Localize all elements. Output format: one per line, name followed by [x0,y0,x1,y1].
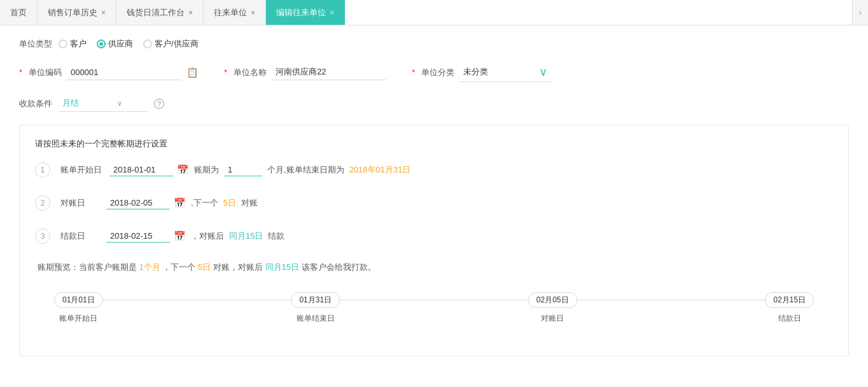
timeline-node-2-date: 01月31日 [291,292,340,308]
unit-code-icon[interactable]: 📋 [186,67,199,78]
unit-classify-label: 单位分类 [421,67,454,78]
radio-customer-supplier[interactable]: 客户/供应商 [143,38,199,50]
tab-partner-units-close[interactable]: × [251,8,255,17]
step-2-label: 对账日 [60,197,99,209]
unit-classify-select[interactable]: 未分类 ∨ [459,62,551,82]
timeline-node-1-label: 账单开始日 [59,313,97,324]
timeline-node-4-label: 结款日 [778,313,801,324]
step-1-date-input[interactable] [109,164,173,176]
timeline-node-1-date: 01月01日 [54,292,103,308]
payment-terms-chevron: ∨ [117,99,122,108]
preview-part2: 5日 [198,262,211,272]
tab-partner-units[interactable]: 往来单位 × [204,0,266,25]
unit-type-radio-group: 客户 供应商 客户/供应商 [59,38,199,50]
radio-customer-label: 客户 [70,38,87,50]
tab-home[interactable]: 首页 [0,0,38,25]
unit-classify-star: * [412,67,415,77]
radio-customer-supplier-label: 客户/供应商 [155,38,199,50]
step-2-calendar[interactable]: 📅 [174,197,186,209]
unit-name-label: 单位名称 [234,67,267,78]
step-2-desc-suffix: 对账 [241,197,258,209]
main-content: 单位类型 客户 供应商 客户/供应商 * 单位编码 📋 * 单位名称 [0,25,868,387]
unit-type-label: 单位类型 [19,38,52,50]
step-1-row: 1 账单开始日 📅 账期为 个月,账单结束日期为 2018年01月31日 [35,162,833,178]
step-1-number: 1 [35,162,50,178]
unit-classify-arrow: ∨ [539,65,547,79]
payment-terms-select[interactable]: 月结 ∨ [59,95,148,112]
tab-sales-history-close[interactable]: × [101,8,106,17]
step-3-highlight: 同月15日 [229,230,263,242]
step-3-date-input[interactable] [106,230,170,243]
unit-code-star: * [19,67,22,77]
step-1-period-label: 账期为 [194,164,219,176]
preview-middle1: ，下一个 [162,262,195,272]
unit-name-star: * [224,67,227,77]
radio-supplier[interactable]: 供应商 [97,38,133,50]
unit-name-input[interactable] [272,65,386,80]
tab-bar: 首页 销售订单历史 × 钱货日清工作台 × 往来单位 × 编辑往来单位 × › [0,0,868,25]
step-1-suffix: 个月,账单结束日期为 [267,164,344,176]
preview-text: 账期预览：当前客户账期是 1个月 ，下一个 5日 对账，对账后 同月15日 该客… [35,262,833,273]
step-2-highlight: 5日 [223,197,236,209]
unit-classify-group: * 单位分类 未分类 ∨ [412,62,551,82]
settings-box: 请按照未来的一个完整帐期进行设置 1 账单开始日 📅 账期为 个月,账单结束日期… [19,125,849,356]
timeline-node-3-date: 02月05日 [528,292,577,308]
unit-code-group: * 单位编码 📋 [19,65,199,80]
radio-supplier-label: 供应商 [108,38,133,50]
tab-partner-units-label: 往来单位 [214,7,247,18]
timeline-node-3-label: 对账日 [541,313,564,324]
step-3-row: 3 结款日 📅 ，对账后 同月15日 结款 [35,229,833,244]
step-3-desc-suffix: 结款 [268,230,284,242]
tab-cash-work-label: 钱货日清工作台 [127,7,185,18]
tab-more-button[interactable]: › [852,0,868,25]
preview-label: 账期预览：当前客户账期是 [38,262,137,272]
unit-code-input[interactable] [67,65,181,80]
tab-edit-partner[interactable]: 编辑往来单位 × [266,0,345,25]
preview-suffix: 该客户会给我打款。 [302,262,376,272]
timeline-wrapper: 01月01日 账单开始日 01月31日 账单结束日 02月05日 对账日 02月… [35,286,833,343]
step-3-label: 结款日 [60,230,99,242]
timeline-node-1: 01月01日 账单开始日 [54,292,103,324]
timeline-node-4-date: 02月15日 [765,292,814,308]
unit-info-section: * 单位编码 📋 * 单位名称 * 单位分类 未分类 ∨ [19,62,849,82]
radio-customer-supplier-circle [143,39,152,48]
step-2-row: 2 对账日 📅 ,下一个 5日 对账 [35,195,833,211]
step-1-label: 账单开始日 [60,164,102,176]
step-2-desc-prefix: ,下一个 [191,197,218,209]
unit-code-label: 单位编码 [29,67,62,78]
unit-name-group: * 单位名称 [224,65,386,80]
settings-box-title: 请按照未来的一个完整帐期进行设置 [35,138,833,150]
step-3-calendar[interactable]: 📅 [174,230,186,242]
preview-part1: 1个月 [139,262,160,272]
timeline-node-2-label: 账单结束日 [297,313,335,324]
radio-customer-circle [59,39,67,48]
preview-part3: 同月15日 [265,262,299,272]
timeline-nodes: 01月01日 账单开始日 01月31日 账单结束日 02月05日 对账日 02月… [54,292,814,324]
tab-cash-work[interactable]: 钱货日清工作台 × [116,0,204,25]
help-icon[interactable]: ? [154,99,164,109]
radio-supplier-circle [97,39,106,48]
tab-edit-partner-close[interactable]: × [330,8,334,17]
step-2-number: 2 [35,195,50,211]
tab-cash-work-close[interactable]: × [188,8,193,17]
timeline-node-4: 02月15日 结款日 [765,292,814,324]
preview-middle2: 对账，对账后 [213,262,263,272]
timeline-node-3: 02月05日 对账日 [528,292,577,324]
step-3-number: 3 [35,229,50,244]
step-1-period-input[interactable] [224,164,262,176]
tab-sales-history-label: 销售订单历史 [48,7,97,18]
radio-customer[interactable]: 客户 [59,38,87,50]
tab-edit-partner-label: 编辑往来单位 [276,7,326,18]
step-2-date-input[interactable] [106,197,170,209]
step-1-calendar[interactable]: 📅 [177,164,189,176]
timeline-node-2: 01月31日 账单结束日 [291,292,340,324]
payment-terms-label: 收款条件 [19,98,52,109]
payment-terms-row: 收款条件 月结 ∨ ? [19,95,849,112]
unit-type-row: 单位类型 客户 供应商 客户/供应商 [19,38,849,50]
payment-terms-value: 月结 [62,97,79,109]
step-1-end-date: 2018年01月31日 [349,164,411,176]
tab-home-label: 首页 [10,7,27,18]
unit-classify-value: 未分类 [463,66,488,78]
tab-sales-history[interactable]: 销售订单历史 × [38,0,116,25]
step-3-desc-prefix: ，对账后 [191,230,224,242]
